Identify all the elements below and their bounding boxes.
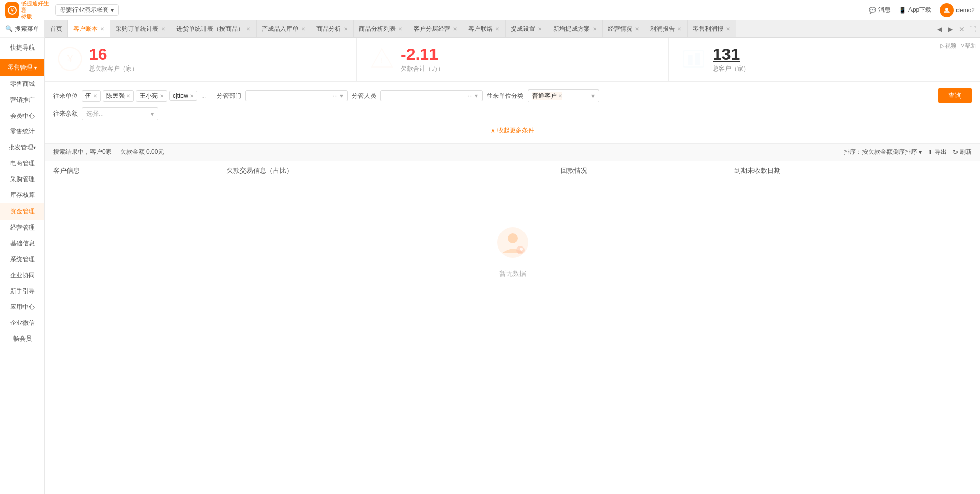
top-header: ¥ 畅捷通好生意 标版 母婴行业演示帐套 ▾ 💬 消息 📱 App下载 demo… [0, 0, 980, 20]
sidebar-item-inventory[interactable]: 库存核算 [0, 187, 44, 203]
sidebar-item-wxwork[interactable]: 企业微信 [0, 315, 44, 331]
unit-label: 往来单位 [53, 92, 78, 100]
filter-tag-wu: 伍 ✕ [82, 90, 101, 102]
sidebar-item-operations[interactable]: 经营管理 [0, 220, 44, 236]
tab-purchase-stats-product[interactable]: 进货单统计表（按商品） ✕ [171, 20, 257, 38]
tab-close-icon-10[interactable]: ✕ [592, 26, 597, 32]
stat-total-debt: ! -2.11 欠款合计（万） [357, 38, 669, 81]
tab-close-icon[interactable]: ✕ [100, 26, 105, 32]
remove-unit-class[interactable]: ✕ [558, 93, 562, 99]
tab-close-icon-9[interactable]: ✕ [537, 26, 542, 32]
col-customer-info: 客户信息 [45, 161, 218, 181]
sidebar-item-newguide[interactable]: 新手引导 [0, 283, 44, 299]
sidebar-item-retail-mgmt[interactable]: 零售管理 ▾ [0, 59, 44, 76]
tab-customer-ledger[interactable]: 客户账本 ✕ [68, 20, 110, 38]
tab-commission-settings[interactable]: 提成设置 ✕ [506, 20, 548, 38]
export-button[interactable]: ⬆ 导出 [928, 148, 947, 156]
sidebar-item-appcenter[interactable]: 应用中心 [0, 299, 44, 315]
unit-class-select[interactable]: 普通客户 ✕ ▾ [528, 89, 599, 102]
sidebar-item-member-center[interactable]: 会员中心 [0, 108, 44, 124]
balance-label: 往来余额 [53, 109, 78, 118]
tab-next-button[interactable]: ▶ [945, 24, 955, 34]
sidebar-item-wholesale-mgmt[interactable]: 批发管理 ▾ [0, 140, 44, 155]
tab-profit-report[interactable]: 利润报告 ✕ [645, 20, 688, 38]
sidebar-item-system[interactable]: 系统管理 [0, 252, 44, 267]
tab-close-icon-8[interactable]: ✕ [495, 26, 500, 32]
remove-tag-chen[interactable]: ✕ [126, 93, 130, 99]
collapse-row: ∧ 收起更多条件 [53, 124, 972, 137]
search-button[interactable]: 查询 [938, 88, 972, 103]
tab-close-icon-13[interactable]: ✕ [725, 26, 731, 32]
tab-close-all-button[interactable]: ✕ [956, 24, 967, 34]
svg-text:¥: ¥ [67, 54, 73, 64]
dept-select[interactable]: ··· ▾ [245, 90, 348, 101]
result-actions: 排序：按欠款金额倒序排序 ▾ ⬆ 导出 ↻ 刷新 [844, 148, 972, 156]
tab-produce-inbound[interactable]: 产成品入库单 ✕ [257, 20, 311, 38]
tab-close-icon-5[interactable]: ✕ [343, 26, 348, 32]
sidebar-item-member[interactable]: 畅会员 [0, 331, 44, 347]
sidebar-item-collab[interactable]: 企业协同 [0, 267, 44, 283]
stat-value-all-customers: 131 [713, 46, 749, 62]
tab-purchase-order-stats[interactable]: 采购订单统计表 ✕ [110, 20, 171, 38]
chevron-down-icon-balance: ▾ [151, 110, 154, 118]
phone-icon: 📱 [899, 7, 906, 14]
question-icon: ? [961, 43, 964, 49]
table-header: 客户信息 欠款交易信息（占比） 回款情况 到期未收款日期 [45, 161, 980, 181]
refresh-button[interactable]: ↻ 刷新 [953, 148, 972, 156]
sidebar-item-purchase[interactable]: 采购管理 [0, 171, 44, 187]
result-amount: 欠款金额 0.00元 [120, 148, 165, 156]
tab-retail-profit[interactable]: 零售利润报 ✕ [688, 20, 736, 38]
tab-prev-button[interactable]: ◀ [934, 24, 944, 34]
sidebar-item-marketing[interactable]: 营销推广 [0, 92, 44, 108]
tab-customer-contact[interactable]: 客户联络 ✕ [463, 20, 506, 38]
app-download-button[interactable]: 📱 App下载 [899, 6, 931, 14]
sort-select[interactable]: 排序：按欠款金额倒序排序 ▾ [844, 148, 922, 156]
content-area: ¥ 16 总欠款客户（家） ! [45, 38, 980, 494]
person-select[interactable]: ··· ▾ [380, 90, 483, 101]
tab-new-commission[interactable]: 新增提成方案 ✕ [548, 20, 603, 38]
tab-product-analysis-list[interactable]: 商品分析列表 ✕ [354, 20, 408, 38]
tab-navigation: ◀ ▶ ✕ ⛶ [932, 24, 980, 34]
svg-rect-8 [695, 53, 700, 65]
tab-close-icon-4[interactable]: ✕ [301, 26, 306, 32]
tab-close-icon-2[interactable]: ✕ [161, 26, 166, 32]
remove-tag-cjttcw[interactable]: ✕ [190, 93, 194, 99]
sidebar-item-finance[interactable]: 资金管理 [0, 203, 44, 220]
video-help-link[interactable]: ▷ 视频 [940, 42, 956, 50]
export-icon: ⬆ [928, 149, 933, 156]
more-tags-button[interactable]: ... [199, 91, 209, 100]
sidebar-item-retail-mall[interactable]: 零售商城 [0, 76, 44, 92]
tab-product-analysis[interactable]: 商品分析 ✕ [311, 20, 354, 38]
sidebar-quick-nav: 快捷导航 [0, 38, 44, 58]
tab-close-icon-7[interactable]: ✕ [452, 26, 458, 32]
tab-close-icon-3[interactable]: ✕ [246, 26, 251, 32]
tab-close-icon-6[interactable]: ✕ [398, 26, 403, 32]
remove-tag-wang[interactable]: ✕ [159, 93, 164, 99]
tab-home[interactable]: 首页 [45, 20, 68, 38]
message-button[interactable]: 💬 消息 [869, 6, 891, 14]
balance-select[interactable]: 选择... ▾ [82, 107, 158, 120]
account-selector[interactable]: 母婴行业演示帐套 ▾ [55, 4, 119, 16]
sidebar-item-quicknav[interactable]: 快捷导航 [0, 40, 44, 56]
stat-value-area-2: -2.11 欠款合计（万） [401, 46, 444, 73]
doc-help-link[interactable]: ? 帮助 [961, 42, 976, 50]
filter-row-1: 往来单位 伍 ✕ 陈民强 ✕ 王小亮 ✕ [53, 88, 972, 103]
stat-value-area-3: 131 总客户（家） [713, 46, 749, 73]
svg-text:¥: ¥ [10, 8, 14, 13]
tab-fullscreen-button[interactable]: ⛶ [968, 24, 978, 34]
collapse-button[interactable]: ∧ 收起更多条件 [485, 124, 540, 137]
sidebar-item-retail-stats[interactable]: 零售统计 [0, 124, 44, 140]
user-menu[interactable]: demo2 [940, 3, 975, 17]
sidebar-search[interactable]: 🔍 搜索菜单 [0, 20, 44, 38]
avatar [940, 3, 954, 17]
tab-close-icon-12[interactable]: ✕ [677, 26, 682, 32]
tab-operations[interactable]: 经营情况 ✕ [603, 20, 645, 38]
col-repayment: 回款情况 [553, 161, 726, 181]
tab-close-icon-11[interactable]: ✕ [634, 26, 640, 32]
tab-customer-layered[interactable]: 客户分层经营 ✕ [408, 20, 463, 38]
sidebar-item-basic-info[interactable]: 基础信息 [0, 236, 44, 252]
stat-label-debt: 欠款合计（万） [401, 64, 444, 73]
sidebar-item-ecommerce[interactable]: 电商管理 [0, 155, 44, 171]
remove-tag-wu[interactable]: ✕ [93, 93, 97, 99]
svg-rect-7 [688, 55, 693, 65]
